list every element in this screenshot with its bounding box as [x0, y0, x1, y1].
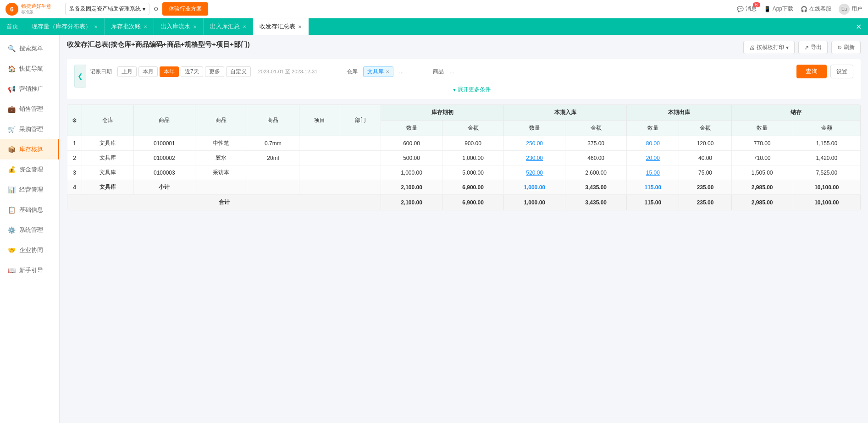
sidebar-item-system[interactable]: ⚙️ 系统管理 — [0, 220, 59, 240]
settings-icon-btn[interactable]: ⚙ — [149, 3, 162, 16]
main-table: ⚙ 仓库 商品 商品 商品 项目 部门 库存期初 本期入库 本期出库 结存 — [67, 104, 861, 210]
row1-in-qty[interactable]: 250.00 — [504, 136, 565, 151]
tab-in-out-flow-close[interactable]: ✕ — [193, 24, 197, 29]
system-title-dropdown[interactable]: 装备及固定资产辅助管理系统 ▾ — [65, 3, 149, 15]
warehouse-label: 仓库 — [347, 68, 358, 76]
total-bal-amt: 10,100.00 — [793, 195, 860, 210]
row3-code: 0100003 — [133, 165, 195, 180]
logo-badge: 标准版 — [21, 9, 51, 15]
sidebar-item-sales[interactable]: 💼 销售管理 — [0, 99, 59, 119]
th-stock-out: 本期出库 — [627, 105, 731, 121]
subtotal-out-qty[interactable]: 115.00 — [627, 180, 679, 195]
expand-btn[interactable]: ▾ 展开更多条件 — [453, 86, 491, 93]
th-settings[interactable]: ⚙ — [67, 105, 82, 136]
th-in-qty: 数量 — [504, 121, 565, 136]
message-btn[interactable]: 💬 消息 6 — [737, 5, 757, 13]
row3-out-qty[interactable]: 15.00 — [627, 165, 679, 180]
total-bal-qty: 2,985.00 — [731, 195, 793, 210]
row3-init-qty: 1,000.00 — [381, 165, 442, 180]
row3-in-qty[interactable]: 520.00 — [504, 165, 565, 180]
row2-out-qty[interactable]: 20.00 — [627, 151, 679, 165]
purchase-icon: 🛒 — [7, 125, 16, 133]
sidebar-item-basic-info[interactable]: 📋 基础信息 — [0, 200, 59, 220]
tab-home[interactable]: 首页 — [0, 18, 25, 35]
refresh-btn[interactable]: ↻ 刷新 — [831, 41, 861, 54]
print-btn[interactable]: 🖨 按模板打印 ▾ — [743, 41, 795, 54]
subtotal-in-amt: 3,435.00 — [565, 180, 627, 195]
sidebar-item-inventory[interactable]: 📦 库存核算 — [0, 139, 59, 159]
row2-in-qty[interactable]: 230.00 — [504, 151, 565, 165]
th-out-amt: 金额 — [679, 121, 731, 136]
user-area[interactable]: Ea 用户 — [839, 4, 862, 15]
tab-in-out-summary-label: 出入库汇总 — [210, 22, 240, 31]
phone-icon: 📱 — [764, 6, 771, 12]
tab-collect-summary[interactable]: 收发存汇总表 ✕ — [253, 18, 309, 35]
sidebar-item-marketing-label: 营销推广 — [19, 85, 43, 93]
row3-goods: 采访本 — [195, 165, 247, 180]
row2-bal-qty: 710.00 — [731, 151, 793, 165]
print-btn-label: 按模板打印 — [757, 44, 784, 51]
tab-inventory-dist-close[interactable]: ✕ — [94, 24, 98, 29]
sidebar-item-search[interactable]: 🔍 搜索菜单 — [0, 38, 59, 59]
row3-dept — [340, 165, 381, 180]
row1-warehouse: 文具库 — [82, 136, 134, 151]
collapse-btn[interactable]: ❮ — [74, 65, 86, 88]
sidebar-item-finance-label: 资金管理 — [19, 165, 43, 174]
warehouse-tag-text: 文具库 — [367, 68, 384, 76]
main-content: 收发存汇总表(按仓库+商品编码+商品+规格型号+项目+部门) 🖨 按模板打印 ▾… — [60, 35, 868, 423]
goods-ellipsis[interactable]: ... — [449, 68, 454, 75]
date-btn-custom[interactable]: 自定义 — [226, 66, 251, 77]
row1-out-qty[interactable]: 80.00 — [627, 136, 679, 151]
date-options: 上月 本月 本年 近7天 更多 自定义 — [117, 66, 251, 77]
sidebar-item-enterprise[interactable]: 🤝 企业协同 — [0, 240, 59, 260]
tab-batch-ledger-close[interactable]: ✕ — [144, 24, 147, 29]
export-btn-label: 导出 — [811, 44, 822, 51]
setting-btn[interactable]: 设置 — [830, 65, 853, 78]
warehouse-ellipsis[interactable]: ... — [399, 68, 404, 75]
sidebar-item-search-label: 搜索菜单 — [19, 44, 43, 53]
subtotal-row: 4 文具库 小计 2,100.00 6,900.00 1,000.00 3,43… — [67, 180, 861, 195]
tab-in-out-summary[interactable]: 出入库汇总 ✕ — [204, 18, 253, 35]
tab-bar: 首页 现存量（库存分布表） ✕ 库存批次账 ✕ 出入库流水 ✕ 出入库汇总 ✕ … — [0, 18, 868, 35]
sidebar-item-finance[interactable]: 💰 资金管理 — [0, 159, 59, 180]
sidebar-item-guide[interactable]: 📖 新手引导 — [0, 260, 59, 280]
headset-icon: 🎧 — [801, 6, 807, 12]
date-btn-this-year[interactable]: 本年 — [160, 66, 179, 77]
tab-batch-ledger-label: 库存批次账 — [111, 22, 141, 31]
row3-bal-amt: 7,525.00 — [793, 165, 860, 180]
sidebar-item-quick-nav[interactable]: 🏠 快捷导航 — [0, 59, 59, 79]
date-btn-last-month[interactable]: 上月 — [117, 66, 137, 77]
date-btn-this-month[interactable]: 本月 — [138, 66, 158, 77]
query-btn[interactable]: 查询 — [796, 65, 827, 78]
th-in-amt: 金额 — [565, 121, 627, 136]
tab-batch-ledger[interactable]: 库存批次账 ✕ — [105, 18, 154, 35]
row1-out-amt: 120.00 — [679, 136, 731, 151]
sidebar-item-marketing[interactable]: 📢 营销推广 — [0, 79, 59, 99]
export-btn[interactable]: ↗ 导出 — [798, 41, 828, 54]
online-service-btn[interactable]: 🎧 在线客服 — [801, 5, 831, 13]
marketing-icon: 📢 — [7, 85, 16, 93]
sidebar-item-purchase-label: 采购管理 — [19, 125, 43, 133]
warehouse-tag-close[interactable]: ✕ — [386, 69, 389, 74]
sidebar-item-operation[interactable]: 📊 经营管理 — [0, 180, 59, 200]
th-dept: 部门 — [340, 105, 381, 136]
tab-bar-close-all[interactable]: ✕ — [849, 22, 868, 31]
subtotal-project — [299, 180, 340, 195]
tab-in-out-summary-close[interactable]: ✕ — [243, 24, 246, 29]
th-init-amt: 金额 — [442, 121, 504, 136]
subtotal-in-qty[interactable]: 1,000.00 — [504, 180, 565, 195]
date-btn-more[interactable]: 更多 — [205, 66, 224, 77]
sidebar-item-purchase[interactable]: 🛒 采购管理 — [0, 119, 59, 139]
tab-in-out-flow[interactable]: 出入库流水 ✕ — [154, 18, 204, 35]
app-download-btn[interactable]: 📱 App下载 — [764, 5, 793, 13]
filter-expand-row: ▾ 展开更多条件 — [90, 82, 853, 93]
experience-btn[interactable]: 体验行业方案 — [162, 2, 208, 16]
date-btn-7days[interactable]: 近7天 — [181, 66, 203, 77]
table-settings-icon[interactable]: ⚙ — [72, 117, 77, 124]
finance-icon: 💰 — [7, 165, 16, 174]
row1-code: 0100001 — [133, 136, 195, 151]
subtotal-num: 4 — [67, 180, 82, 195]
tab-inventory-dist[interactable]: 现存量（库存分布表） ✕ — [25, 18, 105, 35]
tab-collect-summary-close[interactable]: ✕ — [298, 24, 302, 29]
table-row: 3 文具库 0100003 采访本 1,000.00 5,000.00 520.… — [67, 165, 861, 180]
